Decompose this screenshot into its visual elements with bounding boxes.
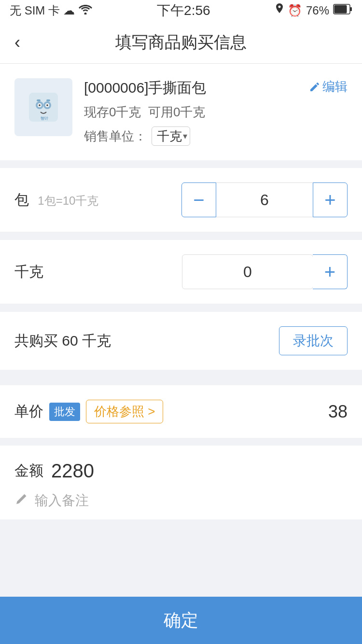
sim-status: 无 SIM 卡 ☁ — [10, 3, 75, 18]
total-row: 共购买 60 千克 录批次 — [0, 312, 362, 370]
price-left: 单价 批发 价格参照 > — [14, 400, 163, 423]
bao-increment-button[interactable]: + — [313, 182, 348, 217]
battery-text: 76% — [306, 4, 329, 17]
svg-point-8 — [39, 104, 41, 106]
price-value: 38 — [328, 402, 348, 422]
product-card: 智计 [0000006]手撕面包 编辑 现存0千克 可用0千克 销售单位： 千克 — [0, 64, 362, 160]
product-info: [0000006]手撕面包 编辑 现存0千克 可用0千克 销售单位： 千克 — [84, 78, 348, 146]
confirm-button[interactable]: 确定 — [164, 609, 198, 632]
confirm-bar[interactable]: 确定 — [0, 597, 362, 644]
amount-label: 金额 — [14, 461, 43, 481]
svg-rect-11 — [46, 99, 50, 101]
status-time: 下午2:56 — [157, 1, 210, 20]
price-row: 单价 批发 价格参照 > 38 — [14, 400, 348, 423]
total-text: 共购买 60 千克 — [14, 331, 111, 351]
bao-quantity-controls: − + — [181, 182, 348, 217]
bao-quantity-input[interactable] — [216, 182, 313, 217]
kg-quantity-controls: + — [182, 254, 348, 289]
edit-button[interactable]: 编辑 — [309, 78, 348, 95]
status-bar: 无 SIM 卡 ☁ 下午2:56 ⏰ 76% — [0, 0, 362, 21]
svg-rect-1 — [350, 7, 352, 11]
wifi-icon — [79, 4, 92, 17]
bao-label: 包 1包=10千克 — [14, 190, 181, 210]
product-thumbnail: 智计 — [14, 78, 72, 136]
svg-text:智计: 智计 — [40, 116, 49, 121]
unit-select-wrap[interactable]: 千克 — [152, 126, 190, 146]
price-ref-button[interactable]: 价格参照 > — [86, 400, 163, 423]
alarm-icon: ⏰ — [288, 4, 302, 17]
pencil-icon — [14, 493, 29, 508]
nav-bar: ‹ 填写商品购买信息 — [0, 21, 362, 64]
svg-point-9 — [46, 104, 48, 106]
product-unit: 销售单位： 千克 — [84, 126, 348, 146]
kg-increment-button[interactable]: + — [313, 254, 348, 289]
price-tag: 批发 — [49, 403, 80, 421]
bao-quantity-row: 包 1包=10千克 − + — [0, 168, 362, 232]
kg-label: 千克 — [14, 262, 182, 282]
product-stock: 现存0千克 可用0千克 — [84, 104, 348, 121]
kg-quantity-section: 千克 + — [0, 240, 362, 304]
back-button[interactable]: ‹ — [14, 32, 20, 53]
remark-placeholder[interactable]: 输入备注 — [35, 491, 89, 510]
svg-rect-10 — [37, 99, 41, 101]
batch-button[interactable]: 录批次 — [279, 326, 348, 355]
page-title: 填写商品购买信息 — [115, 31, 247, 54]
remark-row[interactable]: 输入备注 — [14, 491, 348, 510]
status-right: ⏰ 76% — [275, 3, 352, 18]
unit-select[interactable]: 千克 — [152, 126, 190, 146]
price-section: 单价 批发 价格参照 > 38 — [0, 378, 362, 438]
battery-icon — [333, 4, 352, 17]
price-label: 单价 — [14, 402, 43, 421]
bao-quantity-section: 包 1包=10千克 − + — [0, 168, 362, 232]
status-left: 无 SIM 卡 ☁ — [10, 3, 92, 18]
kg-quantity-row: 千克 + — [0, 240, 362, 304]
bao-decrement-button[interactable]: − — [181, 182, 216, 217]
location-icon — [275, 3, 284, 18]
amount-row: 金额 2280 — [14, 460, 348, 482]
kg-quantity-input[interactable] — [182, 254, 313, 289]
amount-section: 金额 2280 输入备注 — [0, 438, 362, 519]
svg-rect-2 — [334, 5, 347, 14]
bao-hint: 1包=10千克 — [38, 194, 98, 207]
amount-value: 2280 — [51, 460, 94, 482]
product-name: [0000006]手撕面包 — [84, 78, 206, 98]
